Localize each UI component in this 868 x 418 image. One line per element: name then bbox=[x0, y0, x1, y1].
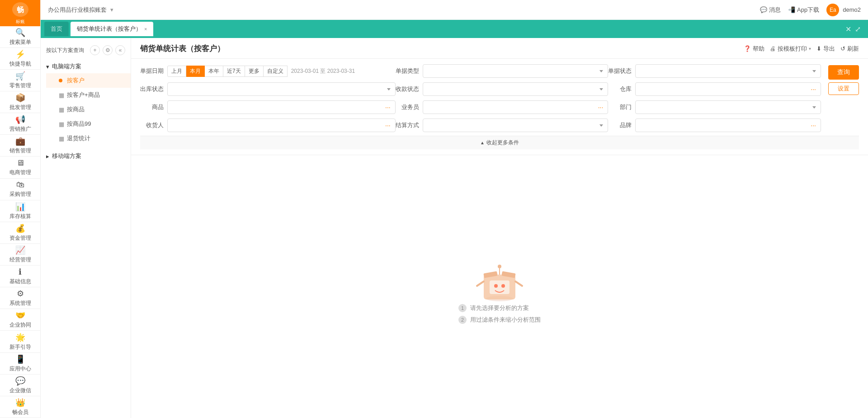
period-more[interactable]: 更多 bbox=[245, 66, 264, 77]
sidebar-item-ecommerce[interactable]: 🖥 电商管理 bbox=[0, 157, 41, 178]
warehouse-select[interactable]: ··· bbox=[635, 82, 821, 96]
salesperson-select[interactable]: ··· bbox=[423, 100, 609, 114]
period-last-month[interactable]: 上月 bbox=[167, 66, 186, 77]
tab-close-icon[interactable]: × bbox=[144, 26, 147, 32]
add-scheme-btn[interactable]: + bbox=[90, 45, 100, 55]
header-left: 办公用品行业模拟账套 ▾ bbox=[48, 6, 113, 14]
scheme-return-stats[interactable]: ▦ 退货统计 bbox=[46, 131, 131, 146]
sidebar-item-retail[interactable]: 🛒 零售管理 bbox=[0, 70, 41, 91]
brand-dots[interactable]: ··· bbox=[811, 122, 816, 129]
collapse-panel-btn[interactable]: « bbox=[115, 45, 125, 55]
filter-row-3: 商品 ··· 业务员 ··· bbox=[140, 100, 821, 114]
out-status-select[interactable] bbox=[167, 82, 396, 96]
sidebar-item-enterprise-collab[interactable]: 🤝 企业协同 bbox=[0, 309, 41, 331]
tab-sales-stats[interactable]: 销货单统计表（按客户） × bbox=[71, 22, 153, 36]
receiver-dots[interactable]: ··· bbox=[385, 122, 391, 129]
help-icon: ❓ bbox=[744, 45, 751, 52]
period-custom[interactable]: 自定义 bbox=[264, 66, 288, 77]
doc-status-select[interactable] bbox=[635, 64, 821, 78]
scheme-by-customer-goods[interactable]: ▦ 按客户+商品 bbox=[46, 88, 131, 102]
settlement-select[interactable] bbox=[423, 119, 609, 132]
scheme-by-goods-99-label: 按商品99 bbox=[67, 120, 91, 128]
sidebar-item-quick-nav[interactable]: ⚡ 快捷导航 bbox=[0, 48, 41, 70]
sidebar-item-basic-info[interactable]: ℹ 基础信息 bbox=[0, 266, 41, 287]
warehouse-dots[interactable]: ··· bbox=[811, 86, 816, 93]
brand-field: 品牌 ··· bbox=[608, 119, 821, 132]
avatar: Ea bbox=[826, 4, 839, 16]
sidebar-item-purchase[interactable]: 🛍 采购管理 bbox=[0, 179, 41, 200]
app-download-btn[interactable]: 📲 App下载 bbox=[788, 6, 819, 14]
sidebar-item-enterprise-wechat[interactable]: 💬 企业微信 bbox=[0, 375, 41, 396]
sidebar-item-label: 批发管理 bbox=[9, 104, 31, 111]
message-btn[interactable]: 💬 消息 bbox=[760, 6, 781, 14]
receiver-select[interactable]: ··· bbox=[167, 119, 396, 132]
collapse-bar[interactable]: ▲ 收起更多条件 bbox=[140, 136, 859, 149]
scheme-by-goods[interactable]: ▦ 按商品 bbox=[46, 102, 131, 117]
search-btn-area: 查询 设置 bbox=[821, 64, 859, 95]
mobile-section-header[interactable]: ▸ 移动端方案 bbox=[41, 149, 131, 163]
print-icon: 🖨 bbox=[770, 45, 776, 52]
tab-close-btn[interactable]: ✕ bbox=[845, 25, 851, 33]
filter-section-desktop: ▾ 电脑端方案 按客户 ▦ 按客户+商品 ▦ 按商品 bbox=[41, 58, 131, 147]
settings-button[interactable]: 设置 bbox=[828, 82, 859, 95]
sidebar-item-finance[interactable]: 💰 资金管理 bbox=[0, 222, 41, 244]
user-profile-btn[interactable]: Ea demo2 bbox=[826, 4, 861, 16]
refresh-btn[interactable]: ↺ 刷新 bbox=[840, 45, 859, 53]
out-status-field: 出库状态 bbox=[140, 82, 396, 96]
tab-home[interactable]: 首页 bbox=[44, 22, 69, 36]
filter-panel: 按以下方案查询 + ⚙ « ▾ 电脑端方案 按客户 bbox=[41, 38, 131, 418]
doc-type-select[interactable] bbox=[423, 64, 609, 78]
sidebar-item-label: 新手引导 bbox=[9, 343, 31, 351]
empty-tip-2: 2 用过滤条件来缩小分析范围 bbox=[458, 316, 541, 324]
sidebar-item-new-user[interactable]: 🌟 新手引导 bbox=[0, 331, 41, 352]
dept-select[interactable] bbox=[635, 100, 821, 114]
scheme-by-customer-label: 按客户 bbox=[67, 76, 85, 85]
export-btn[interactable]: ⬇ 导出 bbox=[816, 45, 835, 53]
warehouse-field: 仓库 ··· bbox=[608, 82, 821, 96]
search-button[interactable]: 查询 bbox=[828, 65, 859, 80]
scheme-by-customer[interactable]: 按客户 bbox=[46, 73, 131, 88]
goods-select[interactable]: ··· bbox=[167, 100, 396, 114]
sidebar-item-vip[interactable]: 👑 畅会员 bbox=[0, 396, 41, 418]
receipt-status-arrow bbox=[599, 88, 603, 90]
dept-field: 部门 bbox=[608, 100, 821, 114]
svg-point-8 bbox=[501, 284, 505, 288]
filter-row-2: 出库状态 收款状态 bbox=[140, 82, 821, 96]
receipt-status-select[interactable] bbox=[423, 82, 609, 96]
settings-scheme-btn[interactable]: ⚙ bbox=[103, 45, 113, 55]
sidebar-item-system[interactable]: ⚙ 系统管理 bbox=[0, 287, 41, 309]
desktop-section-header[interactable]: ▾ 电脑端方案 bbox=[41, 60, 131, 73]
date-field: 单据日期 上月 本月 本年 近7天 更多 自定义 bbox=[140, 66, 396, 77]
empty-state: 1 请先选择要分析的方案 2 用过滤条件来缩小分析范围 bbox=[131, 155, 868, 418]
period-last-7-days[interactable]: 近7天 bbox=[223, 66, 245, 77]
sidebar-item-sales[interactable]: 💼 销售管理 bbox=[0, 135, 41, 157]
sidebar-item-wholesale[interactable]: 📦 批发管理 bbox=[0, 91, 41, 113]
period-this-month[interactable]: 本月 bbox=[186, 66, 205, 77]
period-this-year[interactable]: 本年 bbox=[205, 66, 223, 77]
doc-status-arrow bbox=[812, 70, 816, 72]
print-btn[interactable]: 🖨 按模板打印 ▾ bbox=[770, 45, 811, 53]
sidebar-item-search-menu[interactable]: 🔍 搜索菜单 bbox=[0, 26, 41, 48]
sidebar-item-operations[interactable]: 📈 经营管理 bbox=[0, 244, 41, 266]
sales-icon: 💼 bbox=[15, 136, 25, 146]
brand-select[interactable]: ··· bbox=[635, 119, 821, 132]
salesperson-field: 业务员 ··· bbox=[396, 100, 609, 114]
filter-row-4: 收货人 ··· 结算方式 bbox=[140, 119, 821, 132]
collapse-up-icon: ▲ bbox=[480, 140, 485, 145]
title-actions: ❓ 帮助 🖨 按模板打印 ▾ ⬇ 导出 ↺ 刷新 bbox=[744, 45, 859, 53]
dropdown-arrow[interactable]: ▾ bbox=[110, 6, 113, 13]
sidebar-item-marketing[interactable]: 📢 营销推广 bbox=[0, 113, 41, 135]
scheme-by-goods-99[interactable]: ▦ 按商品99 bbox=[46, 117, 131, 131]
refresh-icon: ↺ bbox=[840, 45, 845, 52]
salesperson-dots[interactable]: ··· bbox=[598, 104, 604, 111]
goods-dots[interactable]: ··· bbox=[385, 104, 391, 111]
tab-maximize-btn[interactable]: ⤢ bbox=[855, 25, 861, 33]
svg-line-11 bbox=[477, 281, 484, 286]
sidebar-item-inventory[interactable]: 📊 库存核算 bbox=[0, 200, 41, 222]
empty-state-illustration bbox=[472, 250, 527, 304]
download-icon: 📲 bbox=[788, 6, 795, 13]
sidebar-item-label: 资金管理 bbox=[9, 234, 31, 242]
app-logo[interactable]: 畅 标账 bbox=[0, 0, 41, 26]
sidebar-item-app-center[interactable]: 📱 应用中心 bbox=[0, 353, 41, 375]
help-btn[interactable]: ❓ 帮助 bbox=[744, 45, 764, 53]
